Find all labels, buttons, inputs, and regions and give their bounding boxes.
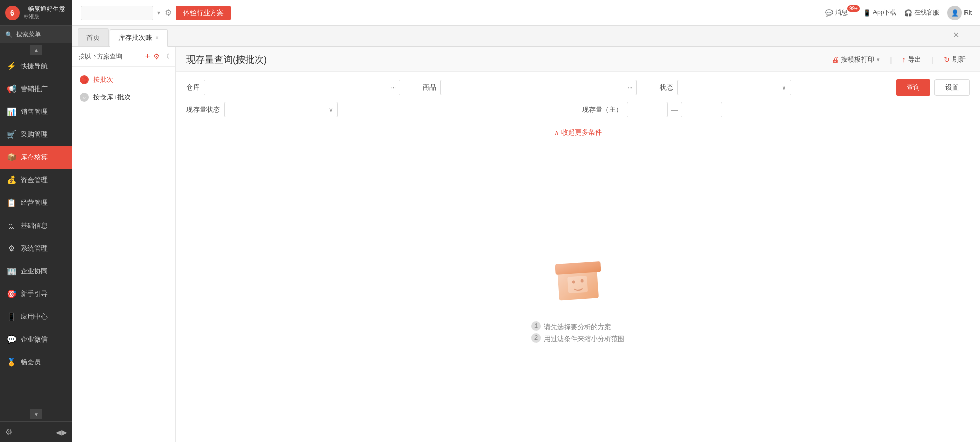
header-divider1: |	[890, 56, 892, 64]
stock-status-select[interactable]: ∨	[224, 102, 338, 117]
nav-label-finance: 资金管理	[21, 175, 48, 185]
messages-label: 消息	[835, 8, 848, 17]
warehouse-input[interactable]: ···	[204, 80, 400, 95]
sidebar-item-finance[interactable]: 💰 资金管理	[0, 169, 72, 191]
empty-svg	[547, 246, 609, 308]
collapse-sidebar-icon[interactable]: ◀▶	[56, 428, 67, 436]
filter-row-2: 现存量状态 ∨ 现存量（主） —	[186, 102, 970, 117]
goods-more-icon[interactable]: ···	[628, 84, 632, 91]
app-logo: 6	[5, 6, 20, 20]
experience-btn[interactable]: 体验行业方案	[176, 6, 231, 20]
collapse-icon: ∧	[554, 129, 559, 137]
search-top-input[interactable]	[81, 6, 153, 20]
sidebar-item-sales[interactable]: 📊 销售管理	[0, 100, 72, 123]
scheme-panel-header: 按以下方案查询 + ⚙ 《	[72, 47, 175, 67]
top-bar-right: 💬 消息 99+ 📱 App下载 🎧 在线客服 👤 Rit	[825, 6, 972, 20]
top-bar-gear-icon[interactable]: ⚙	[165, 8, 172, 18]
empty-tips: 1 请先选择要分析的方案 2 用过滤条件来缩小分析范围	[531, 321, 625, 345]
nav-icon-wechat: 💬	[6, 334, 17, 345]
sidebar-item-app-center[interactable]: 📱 应用中心	[0, 305, 72, 328]
scheme-add-btn[interactable]: +	[145, 52, 150, 61]
collapse-label: 收起更多条件	[561, 128, 602, 137]
export-label: 导出	[908, 55, 922, 64]
sidebar-item-member[interactable]: 🏅 畅会员	[0, 351, 72, 374]
nav-icon-inventory: 📦	[6, 152, 17, 163]
tip-text-1: 请先选择要分析的方案	[544, 321, 611, 333]
nav-label-basic: 基础信息	[21, 221, 48, 230]
user-avatar-icon: 👤	[951, 9, 959, 17]
sidebar-scroll-down[interactable]: ▼	[30, 409, 42, 419]
print-chevron-icon[interactable]: ▾	[877, 56, 880, 63]
nav-icon-marketing: 📢	[6, 84, 17, 94]
tab-panel-close-btn[interactable]: ✕	[953, 30, 959, 40]
settings-icon[interactable]: ⚙	[5, 427, 12, 437]
nav-label-quick-nav: 快捷导航	[21, 62, 48, 71]
tab-inventory-batch[interactable]: 库存批次账×	[110, 29, 168, 47]
sidebar-item-guide[interactable]: 🎯 新手引导	[0, 283, 72, 305]
app-download-label: App下载	[873, 8, 896, 17]
nav-icon-purchase: 🛒	[6, 129, 17, 140]
goods-label: 商品	[423, 83, 436, 92]
sidebar-item-basic[interactable]: 🗂 基础信息	[0, 214, 72, 237]
messages-badge: 99+	[847, 5, 860, 12]
scheme-icon-by-warehouse-batch: ○	[80, 93, 89, 102]
tab-close-inventory-batch[interactable]: ×	[155, 34, 159, 41]
sidebar-search[interactable]: 🔍 搜索菜单	[0, 26, 72, 43]
refresh-btn[interactable]: ↻ 刷新	[940, 53, 970, 66]
status-chevron-icon: ∨	[782, 84, 786, 91]
online-service-action[interactable]: 🎧 在线客服	[904, 8, 939, 17]
sidebar-item-quick-nav[interactable]: ⚡ 快捷导航	[0, 55, 72, 78]
tab-home[interactable]: 首页	[78, 28, 109, 46]
sidebar-item-inventory[interactable]: 📦 库存核算	[0, 146, 72, 169]
user-profile[interactable]: 👤 Rit	[947, 6, 972, 20]
nav-label-sales: 销售管理	[21, 107, 48, 116]
stock-qty-max[interactable]	[681, 102, 722, 117]
scheme-item-by-warehouse-batch[interactable]: ○ 按仓库+批次	[72, 89, 175, 106]
filter-collapse-btn[interactable]: ∧ 收起更多条件	[186, 124, 970, 141]
goods-input[interactable]: ···	[440, 80, 637, 95]
stock-qty-min[interactable]	[627, 102, 668, 117]
nav-label-enterprise: 企业协同	[21, 267, 48, 276]
sidebar-item-wechat[interactable]: 💬 企业微信	[0, 328, 72, 351]
sidebar-item-purchase[interactable]: 🛒 采购管理	[0, 123, 72, 146]
online-service-label: 在线客服	[914, 8, 939, 17]
stock-qty-label: 现存量（主）	[582, 105, 622, 114]
top-bar-chevron-icon[interactable]: ▾	[157, 9, 160, 17]
warehouse-filter: 仓库 ···	[186, 80, 414, 95]
sidebar-footer: ⚙ ◀▶	[0, 421, 72, 442]
tab-label-inventory-batch: 库存批次账	[118, 33, 152, 42]
app-download-action[interactable]: 📱 App下载	[863, 8, 896, 17]
stock-qty-dash: —	[671, 106, 678, 114]
nav-label-marketing: 营销推广	[21, 84, 48, 94]
tip-text-2: 用过滤条件来缩小分析范围	[544, 333, 625, 345]
nav-label-purchase: 采购管理	[21, 130, 48, 139]
warehouse-more-icon[interactable]: ···	[391, 84, 396, 91]
status-select[interactable]: ∨	[677, 80, 791, 95]
sidebar-item-marketing[interactable]: 📢 营销推广	[0, 78, 72, 100]
empty-illustration	[547, 246, 609, 308]
sidebar-scroll-up[interactable]: ▲	[30, 45, 42, 55]
user-avatar: 👤	[947, 6, 962, 20]
sidebar-item-enterprise[interactable]: 🏢 企业协同	[0, 260, 72, 283]
page-header-actions: 🖨 按模板打印 ▾ | ↑ 导出 | ↻ 刷新	[827, 53, 970, 66]
query-btn[interactable]: 查询	[896, 79, 930, 96]
top-bar: ▾ ⚙ 体验行业方案 💬 消息 99+ 📱 App下载 🎧 在线客服	[72, 0, 980, 26]
scheme-collapse-btn[interactable]: 《	[163, 52, 169, 61]
sidebar-item-operation[interactable]: 📋 经营管理	[0, 191, 72, 214]
refresh-icon: ↻	[944, 55, 950, 64]
right-content: 现存量查询(按批次) 🖨 按模板打印 ▾ | ↑ 导出 |	[176, 47, 980, 442]
nav-icon-sales: 📊	[6, 107, 17, 117]
scheme-item-by-batch[interactable]: ⭕ 按批次	[72, 71, 175, 89]
messages-action[interactable]: 💬 消息 99+	[825, 8, 855, 17]
set-btn[interactable]: 设置	[934, 79, 970, 96]
print-label: 按模板打印	[841, 55, 874, 64]
scheme-settings-btn[interactable]: ⚙	[153, 52, 160, 61]
nav-icon-guide: 🎯	[6, 289, 17, 299]
sidebar-nav: ⚡ 快捷导航 📢 营销推广 📊 销售管理 🛒 采购管理 📦 库存核算 💰 资金管…	[0, 55, 72, 409]
export-btn[interactable]: ↑ 导出	[898, 53, 926, 66]
search-label: 搜索菜单	[16, 30, 41, 39]
scheme-label-by-warehouse-batch: 按仓库+批次	[93, 93, 131, 102]
print-btn[interactable]: 🖨 按模板打印 ▾	[827, 53, 884, 66]
sidebar-item-system[interactable]: ⚙ 系统管理	[0, 237, 72, 260]
page-title: 现存量查询(按批次)	[186, 53, 267, 66]
